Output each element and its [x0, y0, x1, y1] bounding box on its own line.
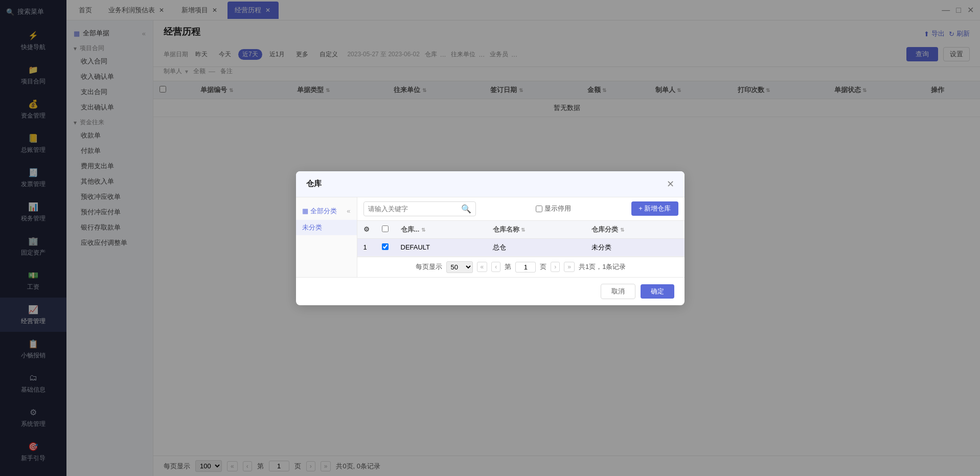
modal-overlay: 仓库 ✕ ▦ 全部分类 « 未分类 🔍 [0, 0, 980, 476]
modal-td-code: DEFAULT [395, 238, 487, 256]
modal-th-code: 仓库... ⇅ [395, 221, 487, 239]
modal-page-size-label: 每页显示 [416, 262, 442, 271]
modal-prev-page-btn[interactable]: ‹ [491, 262, 500, 272]
modal-first-page-btn[interactable]: « [477, 262, 488, 272]
modal-body: ▦ 全部分类 « 未分类 🔍 显示停用 [296, 197, 685, 277]
modal-td-category: 未分类 [585, 238, 684, 256]
modal-sort-icon-cat[interactable]: ⇅ [620, 227, 624, 233]
modal-last-page-btn[interactable]: » [564, 262, 575, 272]
modal-th-gear: ⚙ [357, 221, 376, 239]
modal-td-name: 总仓 [487, 238, 585, 256]
modal-th-check [376, 221, 395, 239]
gear-icon[interactable]: ⚙ [363, 225, 370, 233]
modal-total-records: 共1页，1条记录 [579, 262, 626, 271]
modal-title: 仓库 [306, 179, 322, 189]
confirm-button[interactable]: 确定 [641, 284, 674, 299]
modal-td-gear: 1 [357, 238, 376, 256]
warehouse-modal: 仓库 ✕ ▦ 全部分类 « 未分类 🔍 [296, 171, 685, 305]
modal-table-row[interactable]: 1 DEFAULT 总仓 未分类 [357, 238, 685, 256]
modal-search-input[interactable] [368, 205, 458, 213]
modal-page-unit: 页 [540, 262, 546, 271]
all-categories-label: 全部分类 [310, 207, 337, 216]
modal-left-uncategorized[interactable]: 未分类 [296, 220, 357, 235]
modal-search-icon[interactable]: 🔍 [461, 204, 471, 214]
modal-th-category: 仓库分类 ⇅ [585, 221, 684, 239]
modal-footer: 取消 确定 [296, 277, 685, 305]
show-disabled-checkbox[interactable] [536, 206, 542, 212]
modal-sort-icon-name[interactable]: ⇅ [521, 227, 525, 233]
modal-row-checkbox[interactable] [382, 243, 389, 250]
modal-th-name: 仓库名称 ⇅ [487, 221, 585, 239]
modal-td-check [376, 238, 395, 256]
modal-page-number-input[interactable] [515, 262, 536, 273]
all-categories-icon: ▦ [302, 207, 308, 215]
modal-page-size-select[interactable]: 50 100 [446, 261, 473, 273]
show-disabled-checkbox-group: 显示停用 [536, 204, 571, 213]
modal-search-box[interactable]: 🔍 [363, 201, 476, 216]
show-disabled-label: 显示停用 [544, 204, 571, 213]
modal-close-btn[interactable]: ✕ [667, 178, 674, 190]
modal-page-label: 第 [505, 262, 511, 271]
modal-all-categories[interactable]: ▦ 全部分类 « [296, 202, 357, 220]
modal-table-header-row: ⚙ 仓库... ⇅ 仓库名称 [357, 221, 685, 239]
modal-select-all-checkbox[interactable] [382, 225, 389, 232]
add-warehouse-button[interactable]: + 新增仓库 [631, 201, 678, 216]
cancel-button[interactable]: 取消 [601, 284, 635, 299]
modal-table-area: ⚙ 仓库... ⇅ 仓库名称 [357, 221, 685, 257]
modal-next-page-btn[interactable]: › [551, 262, 560, 272]
modal-pagination: 每页显示 50 100 « ‹ 第 页 › » 共1页，1条记录 [357, 257, 685, 277]
modal-header: 仓库 ✕ [296, 171, 685, 197]
modal-sort-icon-code[interactable]: ⇅ [421, 227, 425, 233]
modal-toolbar: 🔍 显示停用 + 新增仓库 [357, 197, 685, 221]
modal-left-panel: ▦ 全部分类 « 未分类 [296, 197, 357, 277]
modal-right-panel: 🔍 显示停用 + 新增仓库 ⚙ [357, 197, 685, 277]
collapse-modal-left-icon[interactable]: « [347, 207, 350, 215]
modal-warehouse-table: ⚙ 仓库... ⇅ 仓库名称 [357, 221, 685, 257]
